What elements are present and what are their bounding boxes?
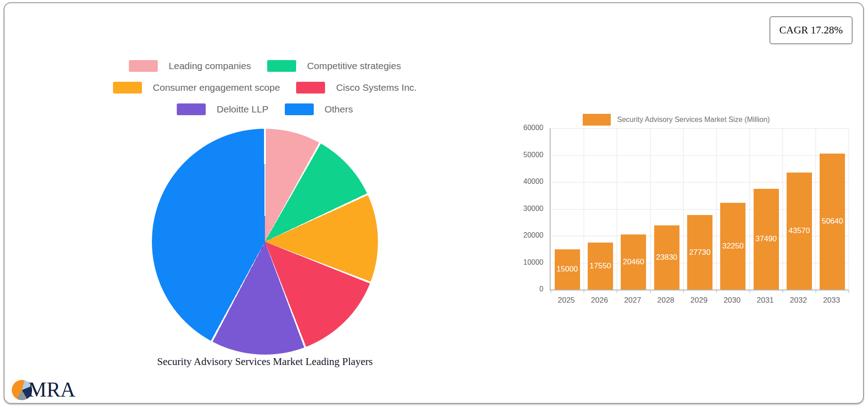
pie-legend: Leading companies Competitive strategies… (61, 60, 468, 115)
gridline (551, 128, 849, 129)
gridline (849, 128, 849, 290)
legend-label: Others (325, 104, 353, 115)
bar-2027[interactable]: 20460 (621, 234, 646, 290)
x-axis-label: 2027 (624, 296, 641, 305)
mra-logo: MRA (12, 379, 75, 400)
legend-label: Consumer engagement scope (153, 82, 280, 93)
gridline (584, 128, 584, 290)
bar-value-label: 17550 (588, 262, 613, 271)
legend-swatch (177, 103, 206, 115)
axis-tick (617, 290, 617, 293)
legend-swatch (129, 60, 158, 72)
legend-item-leading-companies[interactable]: Leading companies (129, 60, 251, 72)
bar-value-label: 37490 (754, 234, 779, 243)
bar-value-label: 20460 (621, 257, 646, 267)
axis-tick (750, 290, 750, 293)
bar-value-label: 32250 (720, 242, 745, 251)
y-axis-label: 50000 (524, 151, 544, 159)
legend-label: Competitive strategies (307, 61, 401, 71)
x-axis-label: 2030 (723, 296, 741, 305)
gridline (716, 128, 717, 290)
axis-tick (816, 290, 816, 293)
x-axis-label: 2026 (591, 296, 608, 305)
x-axis-label: 2028 (657, 296, 675, 305)
legend-label: Cisco Systems Inc. (336, 82, 417, 93)
axis-tick (551, 290, 551, 293)
bar-value-label: 15000 (555, 265, 580, 274)
bar-2033[interactable]: 50640 (820, 154, 845, 290)
legend-item-consumer-engagement-scope[interactable]: Consumer engagement scope (113, 82, 280, 94)
legend-item-cisco-systems[interactable]: Cisco Systems Inc. (296, 82, 417, 94)
pie-legend-row: Leading companies Competitive strategies (61, 60, 468, 72)
bar-legend-label: Security Advisory Services Market Size (… (617, 116, 770, 124)
logo-text: MRA (28, 379, 75, 400)
axis-tick (849, 290, 849, 293)
y-axis-label: 10000 (524, 258, 544, 267)
gridline (783, 128, 783, 290)
x-axis-labels: 202520262027202820292030203120322033 (550, 296, 848, 307)
legend-swatch (267, 60, 296, 72)
gridline (551, 155, 849, 156)
gridline (617, 128, 617, 290)
bar-2030[interactable]: 32250 (720, 203, 745, 290)
bar-value-label: 23830 (654, 253, 679, 262)
legend-swatch (296, 82, 325, 94)
gridline (750, 128, 750, 290)
y-axis-label: 30000 (524, 205, 544, 213)
pie-chart-title: Security Advisory Services Market Leadin… (61, 356, 468, 368)
bar-2025[interactable]: 15000 (555, 249, 580, 290)
pie-legend-row: Consumer engagement scope Cisco Systems … (61, 82, 468, 94)
y-axis-labels: 0100002000030000400005000060000 (488, 128, 543, 290)
y-axis-label: 60000 (524, 124, 544, 132)
axis-tick (716, 290, 717, 293)
axis-tick (683, 290, 684, 293)
bar-value-label: 50640 (820, 217, 845, 226)
x-axis-label: 2031 (757, 296, 774, 305)
bar-2032[interactable]: 43570 (787, 173, 812, 290)
bar-value-label: 43570 (787, 226, 812, 235)
bar-2026[interactable]: 17550 (588, 243, 613, 290)
gridline (683, 128, 684, 290)
legend-swatch (285, 103, 314, 115)
bar-legend-swatch (583, 114, 611, 126)
pie-legend-row: Deloitte LLP Others (61, 103, 468, 115)
axis-tick (783, 290, 783, 293)
bar-value-label: 27730 (687, 248, 712, 257)
axis-tick (650, 290, 651, 293)
bar-plot-area: 1500017550204602383027730322503749043570… (550, 128, 849, 290)
y-axis-label: 40000 (524, 178, 544, 186)
x-axis-label: 2029 (690, 296, 708, 305)
bar-2028[interactable]: 23830 (654, 225, 679, 290)
x-axis-label: 2032 (790, 296, 807, 305)
cagr-badge: CAGR 17.28% (769, 16, 853, 44)
legend-label: Deloitte LLP (217, 104, 268, 115)
gridline (816, 128, 816, 290)
x-axis-label: 2025 (558, 296, 575, 305)
axis-tick (584, 290, 584, 293)
legend-label: Leading companies (169, 61, 251, 71)
bar-2031[interactable]: 37490 (754, 189, 779, 290)
legend-item-competitive-strategies[interactable]: Competitive strategies (267, 60, 401, 72)
bar-2029[interactable]: 27730 (687, 215, 712, 290)
report-page: CAGR 17.28% Leading companies Competitiv… (0, 0, 868, 407)
cagr-label: CAGR 17.28% (779, 24, 843, 36)
y-axis-label: 0 (539, 285, 543, 293)
bar-legend-item[interactable]: Security Advisory Services Market Size (… (583, 114, 770, 126)
pie-graphic[interactable] (152, 129, 378, 355)
x-axis-label: 2033 (823, 296, 840, 305)
legend-item-deloitte-llp[interactable]: Deloitte LLP (177, 103, 268, 115)
gridline (650, 128, 651, 290)
legend-swatch (113, 82, 142, 94)
y-axis-label: 20000 (524, 231, 544, 239)
legend-item-others[interactable]: Others (285, 103, 353, 115)
